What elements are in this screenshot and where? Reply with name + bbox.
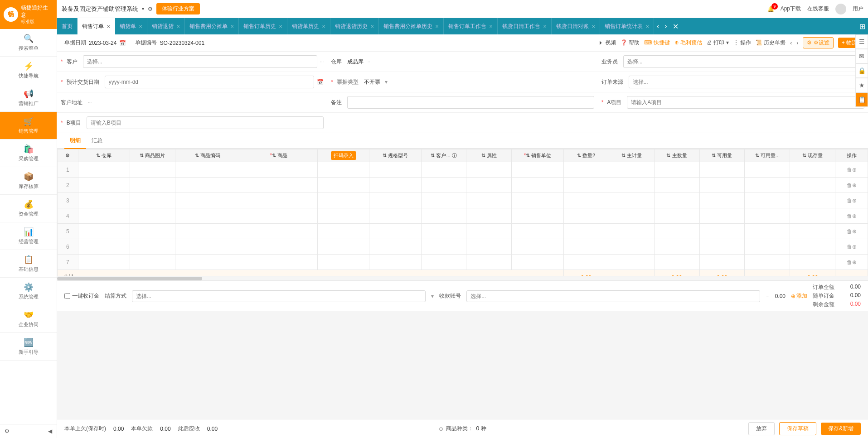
delete-icon[interactable]: 🗑 [847, 244, 852, 250]
delete-icon[interactable]: 🗑 [847, 197, 852, 204]
tab-sales-order[interactable]: 销售订单 ✕ [78, 18, 115, 34]
sidebar-item-search[interactable]: 🔍 搜索菜单 [0, 29, 57, 57]
user-name[interactable]: 用户 [853, 5, 863, 13]
order-source-input[interactable] [629, 76, 859, 88]
tab-order-workbench[interactable]: 销售订单工作台 ✕ [444, 18, 498, 34]
tab-sales-stat[interactable]: 销售订单统计表 ✕ [600, 18, 654, 34]
tab-close-all-button[interactable]: ✕ [670, 18, 681, 34]
col-settings[interactable]: ⚙ [58, 149, 78, 162]
close-icon[interactable]: ✕ [435, 24, 439, 29]
right-panel-star-icon[interactable]: ★ [855, 78, 868, 92]
gear-icon[interactable]: ⚙ [148, 6, 153, 12]
row-code-1[interactable] [175, 162, 240, 178]
copy-icon[interactable]: ⊕ [852, 197, 857, 204]
one-click-checkout-label[interactable]: 一键收订金 [64, 292, 99, 300]
tab-sales-goods[interactable]: 销货单 ✕ [115, 18, 147, 34]
invoice-dropdown-icon[interactable]: ▾ [385, 79, 388, 85]
history-link[interactable]: 📜 历史单据 [756, 39, 786, 47]
sidebar-item-base-info[interactable]: 📋 基础信息 [0, 250, 57, 278]
calendar2-icon[interactable]: 📅 [317, 79, 324, 85]
copy-icon[interactable]: ⊕ [852, 244, 857, 250]
right-panel-scan-icon[interactable]: 📋 [855, 92, 868, 107]
copy-icon[interactable]: ⊕ [852, 167, 857, 173]
delivery-input[interactable] [105, 76, 315, 88]
sidebar-item-system[interactable]: ⚙️ 系统管理 [0, 278, 57, 305]
copy-icon[interactable]: ⊕ [852, 259, 857, 265]
remark-input[interactable] [347, 96, 594, 109]
one-click-checkbox[interactable] [64, 293, 70, 299]
customer-ellipsis[interactable]: ··· [320, 59, 324, 64]
sidebar-item-operations[interactable]: 📊 经营管理 [0, 222, 57, 250]
tab-detail[interactable]: 明细 [64, 133, 86, 149]
row-warehouse-1[interactable] [78, 162, 130, 178]
customer-addr-ellipsis[interactable]: ··· [88, 100, 92, 105]
sidebar-item-enterprise[interactable]: 🤝 企业协同 [0, 305, 57, 333]
sidebar-item-inventory[interactable]: 📦 库存核算 [0, 167, 57, 195]
col-current-stock[interactable]: ⇅ 现存量 [790, 149, 835, 162]
preview-link[interactable]: ⏵ 视频 [598, 39, 616, 47]
sidebar-collapse-icon[interactable]: ◀ [48, 428, 52, 434]
col-spec[interactable]: ⇅ 规格型号 [369, 149, 421, 162]
notification-bell[interactable]: 🔔 9 [767, 6, 774, 12]
settings-button[interactable]: ⚙ ⚙设置 [803, 37, 833, 48]
row-product-3[interactable] [240, 193, 317, 208]
table-scrollbar[interactable] [57, 276, 868, 280]
delete-icon[interactable]: 🗑 [847, 213, 852, 219]
print-link[interactable]: 🖨 打印 ▾ [707, 39, 729, 47]
tab-expand-button[interactable]: ⊞ [857, 18, 868, 34]
close-icon[interactable]: ✕ [370, 24, 374, 29]
row-product-2[interactable] [240, 178, 317, 193]
tab-daily-account[interactable]: 钱货日清对账 ✕ [552, 18, 600, 34]
warehouse-ellipsis[interactable]: ··· [366, 59, 370, 64]
account-input[interactable] [466, 290, 760, 302]
col-main-unit[interactable]: ⇅ 主计量 [609, 149, 654, 162]
col-product-code[interactable]: ⇅ 商品编码 [175, 149, 240, 162]
sidebar-settings-icon[interactable]: ⚙ [5, 428, 10, 434]
copy-icon[interactable]: ⊕ [852, 228, 857, 235]
a-project-input[interactable] [627, 96, 864, 109]
staff-input[interactable] [623, 55, 858, 68]
close-icon[interactable]: ✕ [279, 24, 282, 29]
settlement-input[interactable] [132, 290, 426, 302]
save-draft-button[interactable]: 保存草稿 [779, 422, 816, 435]
sidebar-item-shortcut[interactable]: ⚡ 快捷导航 [0, 57, 57, 84]
tab-home[interactable]: 首页 [57, 18, 78, 34]
tab-sales-goods-history[interactable]: 销货单历史 ✕ [287, 18, 330, 34]
scroll-thumb[interactable] [57, 277, 202, 280]
shortcut-link[interactable]: ⌨ 快捷键 [644, 39, 669, 47]
col-attribute[interactable]: ⇅ 属性 [466, 149, 512, 162]
close-icon[interactable]: ✕ [543, 24, 547, 29]
date-value[interactable]: 2023-03-24 [89, 40, 116, 46]
delete-icon[interactable]: 🗑 [847, 228, 852, 235]
copy-icon[interactable]: ⊕ [852, 182, 857, 188]
col-customer-code[interactable]: ⇅ 客户... ⓘ [421, 149, 466, 162]
nav-prev-icon[interactable]: ‹ [790, 40, 792, 46]
tab-daily-workbench[interactable]: 钱货日清工作台 ✕ [498, 18, 552, 34]
solution-button[interactable]: 体验行业方案 [156, 3, 200, 14]
account-ellipsis[interactable]: ··· [766, 294, 769, 298]
online-service-link[interactable]: 在线客服 [807, 5, 829, 13]
sidebar-logo[interactable]: 畅 畅捷通好生意 标准版 [0, 0, 57, 29]
calendar-icon[interactable]: 📅 [119, 40, 126, 46]
nav-next-icon[interactable]: › [796, 40, 798, 46]
col-available[interactable]: ⇅ 可用量 [699, 149, 745, 162]
row-warehouse-2[interactable] [78, 178, 130, 193]
row-product-1[interactable] [240, 162, 317, 178]
col-qty2[interactable]: ⇅ 数量2 [563, 149, 609, 162]
tab-summary[interactable]: 汇总 [86, 133, 108, 149]
customer-input[interactable] [83, 55, 317, 68]
tab-sales-order-history[interactable]: 销售订单历史 ✕ [239, 18, 287, 34]
delete-icon[interactable]: 🗑 [847, 182, 852, 188]
delete-icon[interactable]: 🗑 [847, 167, 852, 173]
close-icon[interactable]: ✕ [139, 24, 142, 29]
col-available2[interactable]: ⇅ 可用量... [745, 149, 790, 162]
tab-next-button[interactable]: › [662, 18, 669, 34]
copy-icon[interactable]: ⊕ [852, 213, 857, 219]
operation-link[interactable]: ⋮ 操作 [733, 39, 751, 47]
row-warehouse-3[interactable] [78, 193, 130, 208]
right-panel-list-icon[interactable]: ☰ [855, 34, 868, 49]
close-icon[interactable]: ✕ [645, 24, 649, 29]
tab-sales-expense[interactable]: 销售费用分摊单 ✕ [185, 18, 239, 34]
settlement-dropdown-icon[interactable]: ▾ [431, 293, 434, 299]
col-warehouse[interactable]: ⇅ 仓库 [78, 149, 130, 162]
